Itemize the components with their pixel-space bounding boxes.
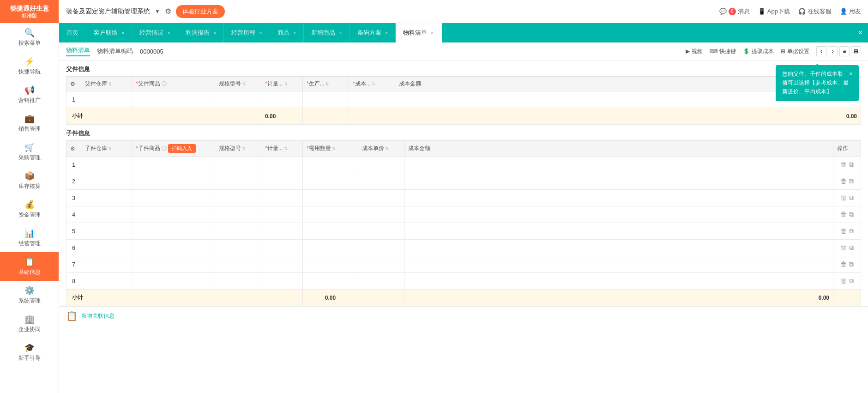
child-row-2-unit-cost[interactable] [358,173,404,190]
child-row-7-product[interactable] [132,256,215,273]
child-qty-sort[interactable]: ⇅ [284,146,288,151]
child-row-1-warehouse[interactable] [81,157,132,173]
child-row-2-needed-qty[interactable] [303,173,358,190]
sidebar-item-guide[interactable]: 🎓 新手引导 [0,338,59,367]
child-row-1-unit-cost[interactable] [358,157,404,173]
parent-col-settings[interactable]: ⚙ [66,77,81,91]
child-row-5-needed-qty[interactable] [303,223,358,240]
child-row-3-unit-cost[interactable] [358,190,404,206]
child-row-8-spec[interactable] [215,273,261,290]
child-row-1-spec[interactable] [215,157,261,173]
parent-row-1-spec[interactable] [215,91,261,108]
delete-icon-3[interactable]: 🗑 [840,194,847,202]
copy-icon-8[interactable]: ⧉ [849,277,854,285]
pager-expand[interactable]: ⊞ [851,46,861,56]
child-warehouse-sort[interactable]: ⇅ [108,146,112,151]
action-single-settings[interactable]: ⊞ 单据设置 [781,48,809,55]
gear-icon[interactable]: ⚙ [165,7,171,16]
child-product-info-icon[interactable]: ⓘ [162,145,167,151]
child-row-2-spec[interactable] [215,173,261,190]
user-item[interactable]: 👤 用友 [840,7,861,16]
sub-tab-bom-code[interactable]: 物料清单编码 [97,47,133,55]
sidebar-item-inventory[interactable]: 📦 库存核算 [0,166,59,195]
tab-history[interactable]: 经营历程 × [224,23,270,42]
tab-new-product-close[interactable]: × [339,30,342,36]
child-row-4-unit-cost[interactable] [358,206,404,223]
child-row-6-unit-cost[interactable] [358,240,404,256]
tab-barcode-close[interactable]: × [385,30,388,36]
child-row-8-product[interactable] [132,273,215,290]
tab-home[interactable]: 首页 [59,23,86,42]
copy-icon-3[interactable]: ⧉ [849,194,854,202]
copy-icon-7[interactable]: ⧉ [849,260,854,268]
child-row-2-product[interactable] [132,173,215,190]
delete-icon-6[interactable]: 🗑 [840,244,847,252]
parent-product-info-icon[interactable]: ⓘ [162,81,167,86]
tab-barcode[interactable]: 条码方案 × [350,23,396,42]
child-row-2-qty[interactable] [261,173,303,190]
child-row-7-spec[interactable] [215,256,261,273]
action-shortcut[interactable]: ⌨ 快捷键 [710,48,736,55]
messages-item[interactable]: 💬 6 消息 [719,7,750,16]
child-row-2-warehouse[interactable] [81,173,132,190]
parent-row-1-cost[interactable] [349,91,395,108]
child-row-4-warehouse[interactable] [81,206,132,223]
sidebar-item-purchase[interactable]: 🛒 采购管理 [0,138,59,166]
child-row-7-unit-cost[interactable] [358,256,404,273]
child-row-4-product[interactable] [132,206,215,223]
parent-prod-sort[interactable]: ⇅ [326,82,329,86]
delete-icon-5[interactable]: 🗑 [840,227,847,235]
tab-customer-close[interactable]: × [121,30,124,36]
sidebar-item-finance[interactable]: 💰 资金管理 [0,195,59,224]
child-col-settings[interactable]: ⚙ [66,141,81,157]
child-row-3-product[interactable] [132,190,215,206]
child-row-6-warehouse[interactable] [81,240,132,256]
tab-profit-close[interactable]: × [213,30,216,36]
delete-icon-1[interactable]: 🗑 [840,161,847,169]
tab-new-product[interactable]: 新增商品 × [304,23,350,42]
child-needed-sort[interactable]: ⇅ [332,146,336,151]
sidebar-item-basic[interactable]: 📋 基础信息 [0,252,59,281]
scan-button[interactable]: 扫码入入 [168,144,196,153]
child-row-3-needed-qty[interactable] [303,190,358,206]
pager-prev[interactable]: ‹ [816,46,826,56]
online-service-item[interactable]: 🎧 在线客服 [798,7,832,16]
app-download-item[interactable]: 📱 App下载 [758,7,790,16]
child-row-4-needed-qty[interactable] [303,206,358,223]
sidebar-item-enterprise[interactable]: 🏢 企业协同 [0,309,59,338]
tab-operations[interactable]: 经营情况 × [132,23,178,42]
delete-icon-4[interactable]: 🗑 [840,211,847,218]
tabs-close-all[interactable]: × [853,29,868,37]
child-row-6-qty[interactable] [261,240,303,256]
child-row-3-warehouse[interactable] [81,190,132,206]
child-row-5-unit-cost[interactable] [358,223,404,240]
parent-row-1-production[interactable] [303,91,349,108]
tab-product-close[interactable]: × [293,30,296,36]
tab-customer[interactable]: 客户联络 × [86,23,132,42]
child-row-8-warehouse[interactable] [81,273,132,290]
child-row-3-spec[interactable] [215,190,261,206]
child-row-8-unit-cost[interactable] [358,273,404,290]
child-row-7-needed-qty[interactable] [303,256,358,273]
tab-bom-close[interactable]: × [431,30,434,36]
delete-icon-8[interactable]: 🗑 [840,277,847,285]
copy-icon-5[interactable]: ⧉ [849,227,854,235]
pager-menu[interactable]: ≡ [839,46,850,56]
parent-row-1-qty[interactable] [261,91,303,108]
child-spec-sort[interactable]: ⇅ [242,146,246,151]
sidebar-item-sales[interactable]: 💼 销售管理 [0,109,59,138]
child-row-3-qty[interactable] [261,190,303,206]
delete-icon-2[interactable]: 🗑 [840,177,847,185]
add-info-label[interactable]: 新增关联信息 [81,312,115,320]
sidebar-item-marketing[interactable]: 📢 营销推广 [0,80,59,109]
sidebar-item-search[interactable]: 🔍 搜索菜单 [0,23,59,52]
topbar-dropdown-arrow[interactable]: ▼ [155,8,160,15]
child-row-1-needed-qty[interactable] [303,157,358,173]
tab-operations-close[interactable]: × [167,30,170,36]
action-cost[interactable]: 💲 提取成本 [743,48,774,55]
child-row-5-spec[interactable] [215,223,261,240]
delete-icon-7[interactable]: 🗑 [840,260,847,268]
child-row-6-spec[interactable] [215,240,261,256]
tab-product[interactable]: 商品 × [270,23,304,42]
tooltip-close-button[interactable]: × [849,70,852,79]
